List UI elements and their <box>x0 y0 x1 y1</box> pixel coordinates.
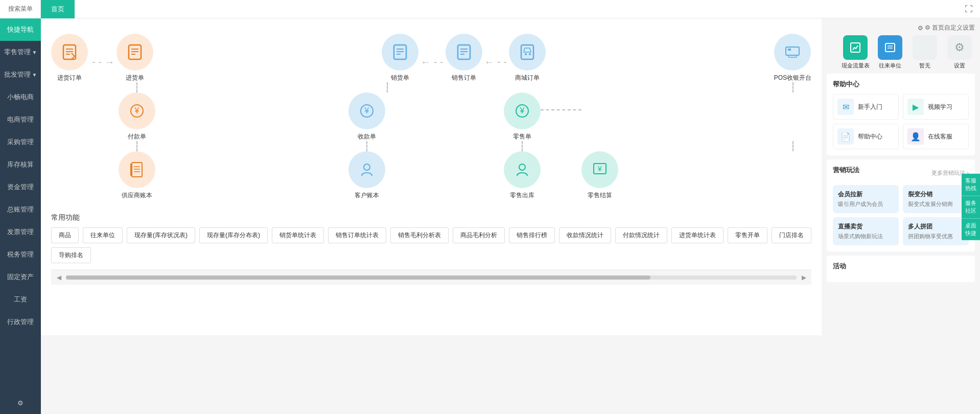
marketing-item-group[interactable]: 多人拼团 拼团购物享受优惠 <box>903 217 969 245</box>
func-btn-product[interactable]: 商品 <box>51 227 79 243</box>
scroll-track[interactable] <box>66 275 797 280</box>
quick-nav-units[interactable]: 往来单位 <box>875 35 905 70</box>
main-panel: 进货订单 - - → 进货单 <box>41 18 822 414</box>
svg-rect-21 <box>788 49 791 51</box>
sidebar-item-ledger[interactable]: 总账管理 <box>0 198 41 221</box>
home-tab[interactable]: 首页 <box>41 0 75 18</box>
right-panel: ⚙ ⚙ 首页自定义设置 现金流量表 往来单位 <box>822 18 980 414</box>
node-customer-ledger: 客户账本 <box>348 151 385 200</box>
float-btn-desktop[interactable]: 桌面快捷 <box>962 218 980 240</box>
func-btn-profit-sales[interactable]: 销售毛利分析表 <box>390 227 449 243</box>
fullscreen-button[interactable]: ⛶ <box>963 3 975 15</box>
svg-rect-28 <box>132 163 142 177</box>
units-icon <box>878 35 902 60</box>
func-btn-receipt-stat[interactable]: 收款情况统计 <box>559 227 611 243</box>
sidebar-item-invoice[interactable]: 发票管理 <box>0 221 41 243</box>
main-card: 进货订单 - - → 进货单 <box>41 18 822 335</box>
sidebar-gear-icon[interactable]: ⚙ <box>0 392 41 414</box>
marketing-grid: 会员拉新 吸引用户成为会员 裂变分销 裂变式发展分销商 直播卖货 场景式购物新玩… <box>833 185 969 245</box>
node-pos: POS收银开台 <box>774 34 811 82</box>
node-payment: ¥ 付款单 <box>119 93 155 141</box>
content-area: 进货订单 - - → 进货单 <box>41 18 980 414</box>
scroll-left[interactable]: ◀ <box>54 272 64 283</box>
func-btn-rank[interactable]: 销售排行榜 <box>509 227 555 243</box>
marketing-title: 营销玩法 <box>833 166 859 175</box>
func-btn-sales-stat[interactable]: 销货单统计表 <box>272 227 324 243</box>
activity-section: 活动 <box>827 256 975 282</box>
sidebar-item-quick-nav[interactable]: 快捷导航 <box>0 18 41 41</box>
node-supplier-ledger: 供应商账本 <box>119 151 155 200</box>
sidebar-item-admin[interactable]: 行政管理 <box>0 311 41 333</box>
sidebar-item-wholesale[interactable]: 批发管理 ▼ <box>0 63 41 86</box>
sidebar-item-finance[interactable]: 资金管理 <box>0 176 41 198</box>
func-btn-profit-product[interactable]: 商品毛利分析 <box>453 227 505 243</box>
sidebar-item-purchase[interactable]: 采购管理 <box>0 131 41 153</box>
help-item-beginner[interactable]: ✉ 新手入门 <box>833 94 899 120</box>
help-item-help[interactable]: 📄 帮助中心 <box>833 124 899 149</box>
func-btn-guide-rank[interactable]: 导购排名 <box>51 247 91 263</box>
search-menu[interactable]: 搜索菜单 <box>0 0 41 18</box>
svg-rect-32 <box>130 164 132 176</box>
svg-point-18 <box>529 53 531 55</box>
func-btn-store-rank[interactable]: 门店排名 <box>772 227 811 243</box>
float-btn-community[interactable]: 服务社区 <box>962 196 980 219</box>
func-btn-payment-stat[interactable]: 付款情况统计 <box>615 227 667 243</box>
quick-nav-empty[interactable]: 暂无 <box>909 35 940 70</box>
sidebar-item-tax[interactable]: 税务管理 <box>0 243 41 266</box>
quick-nav-row: 现金流量表 往来单位 暂无 ⚙ 设置 <box>827 35 975 70</box>
func-btn-retail-order[interactable]: 零售开单 <box>728 227 767 243</box>
svg-rect-38 <box>885 43 895 52</box>
quick-nav-cashflow[interactable]: 现金流量表 <box>840 35 871 70</box>
sidebar-item-ecommerce[interactable]: 电商管理 <box>0 108 41 131</box>
svg-text:¥: ¥ <box>134 106 139 115</box>
svg-text:¥: ¥ <box>520 106 525 115</box>
marketing-item-live[interactable]: 直播卖货 场景式购物新玩法 <box>833 217 899 245</box>
svg-point-34 <box>519 164 525 170</box>
func-grid: 商品 往来单位 现存量(库存状况表) 现存量(库存分布表) 销货单统计表 销售订… <box>51 227 811 263</box>
help-item-service[interactable]: 👤 在线客服 <box>903 124 969 149</box>
svg-rect-37 <box>851 43 860 52</box>
svg-rect-20 <box>788 55 797 57</box>
node-retail-settle: ¥ 零售结算 <box>581 151 618 200</box>
cashflow-icon <box>843 35 868 60</box>
marketing-item-fission[interactable]: 裂变分销 裂变式发展分销商 <box>903 185 969 213</box>
func-btn-stock2[interactable]: 现存量(库存分布表) <box>199 227 268 243</box>
help-item-video[interactable]: ▶ 视频学习 <box>903 94 969 120</box>
float-btn-service[interactable]: 客服热线 <box>962 174 980 196</box>
video-icon: ▶ <box>907 99 924 115</box>
scroll-right[interactable]: ▶ <box>799 272 809 283</box>
svg-point-17 <box>525 53 527 55</box>
node-retail-out: 零售出库 <box>504 151 541 200</box>
flow-diagram: 进货订单 - - → 进货单 <box>51 29 811 205</box>
node-shop-order: 商城订单 <box>509 34 546 82</box>
main-layout: 快捷导航 零售管理 ▼ 批发管理 ▼ 小畅电商 电商管理 采购管理 库存核算 资… <box>0 18 980 414</box>
help-doc-icon: 📄 <box>837 128 854 145</box>
svg-text:¥: ¥ <box>364 106 369 115</box>
func-btn-unit[interactable]: 往来单位 <box>83 227 123 243</box>
help-center-section: 帮助中心 ✉ 新手入门 ▶ 视频学习 📄 帮助中心 👤 <box>827 74 975 155</box>
top-bar: 搜索菜单 首页 ⛶ <box>0 0 980 18</box>
svg-rect-19 <box>786 47 799 55</box>
scroll-bar: ◀ ▶ <box>51 269 811 285</box>
node-receipt: ¥ 收款单 <box>348 93 385 141</box>
activity-title: 活动 <box>833 262 969 271</box>
quick-nav-settings[interactable]: ⚙ 设置 <box>944 35 975 70</box>
sidebar-item-ecommerce-small[interactable]: 小畅电商 <box>0 86 41 108</box>
customize-link[interactable]: ⚙ ⚙ 首页自定义设置 <box>827 24 975 32</box>
node-retail: ¥ 零售单 <box>504 93 541 141</box>
func-btn-order-stat[interactable]: 销售订单统计表 <box>328 227 386 243</box>
sidebar-item-assets[interactable]: 固定资产 <box>0 266 41 288</box>
empty-icon <box>913 35 937 60</box>
func-btn-purchase-stat[interactable]: 进货单统计表 <box>671 227 724 243</box>
help-center-title: 帮助中心 <box>833 80 969 89</box>
marketing-item-member[interactable]: 会员拉新 吸引用户成为会员 <box>833 185 899 213</box>
func-btn-stock1[interactable]: 现存量(库存状况表) <box>127 227 195 243</box>
marketing-section: 营销玩法 更多营销玩法 › 会员拉新 吸引用户成为会员 裂变分销 裂变式发展分销… <box>827 159 975 251</box>
sidebar-item-payroll[interactable]: 工资 <box>0 288 41 311</box>
sidebar-item-inventory[interactable]: 库存核算 <box>0 153 41 176</box>
beginner-icon: ✉ <box>837 99 854 115</box>
sidebar-item-retail[interactable]: 零售管理 ▼ <box>0 41 41 63</box>
service-icon: 👤 <box>907 128 924 145</box>
node-purchase: 进货单 <box>116 34 153 82</box>
svg-point-33 <box>364 164 370 170</box>
